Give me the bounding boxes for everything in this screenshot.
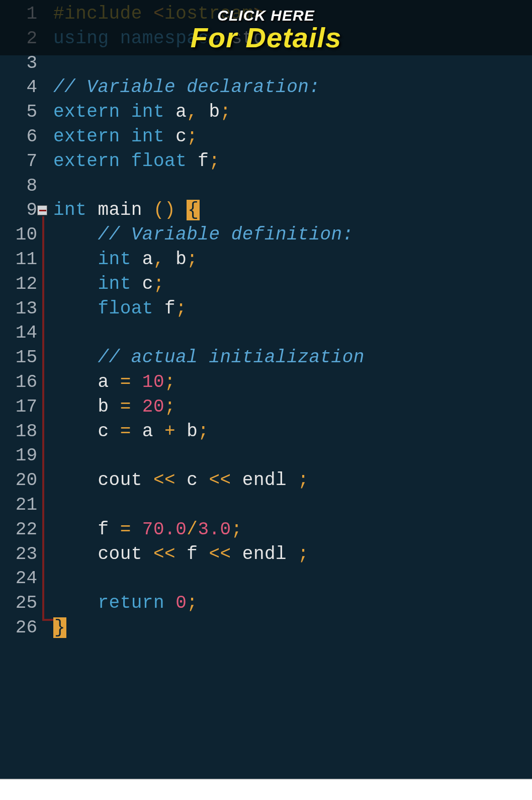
token-punc: ; (187, 126, 198, 147)
token-kw: int (131, 126, 175, 147)
token-kw: int (131, 102, 175, 122)
token-kw: float (98, 298, 164, 319)
token-num: 20 (142, 396, 164, 417)
code-line[interactable]: int main () { (53, 198, 532, 223)
line-number: 5 (0, 100, 44, 125)
token-num: 70.0 (142, 519, 187, 540)
code-line[interactable]: extern int a, b; (53, 100, 532, 125)
code-line[interactable]: cout << f << endl ; (53, 542, 532, 567)
code-line[interactable]: } (53, 616, 532, 641)
token-punc: , (187, 102, 209, 122)
token-ident: main (98, 200, 153, 220)
line-number: 21 (0, 493, 44, 518)
code-line[interactable]: return 0; (53, 591, 532, 616)
token-punc: , (153, 249, 175, 270)
line-number: 15 (0, 346, 44, 370)
code-line[interactable] (53, 174, 532, 199)
token-num: 3.0 (198, 519, 231, 540)
code-editor: 1234567891011121314151617181920212223242… (0, 0, 532, 765)
token-ident: c (142, 274, 153, 294)
line-number: 8 (0, 174, 44, 199)
token-ident: cout (98, 544, 153, 565)
line-number: 24 (0, 567, 44, 591)
line-number: 11 (0, 248, 44, 272)
token-kw: int (98, 274, 142, 294)
token-num: 0 (175, 593, 187, 613)
line-number: 10 (0, 223, 44, 248)
code-line[interactable]: b = 20; (53, 395, 532, 420)
token-punc: ; (298, 470, 309, 491)
code-line[interactable]: cout << c << endl ; (53, 468, 532, 493)
token-punc: ; (209, 151, 220, 172)
token-num: 10 (142, 372, 164, 392)
code-line[interactable] (53, 493, 532, 518)
code-line[interactable]: // actual initialization (53, 346, 532, 370)
code-line[interactable]: float f; (53, 297, 532, 322)
code-line[interactable] (53, 321, 532, 346)
code-line[interactable]: f = 70.0/3.0; (53, 518, 532, 542)
code-line[interactable] (53, 567, 532, 591)
token-op: = (120, 372, 142, 392)
code-line[interactable]: int a, b; (53, 248, 532, 272)
line-number: 4 (0, 75, 44, 100)
token-punc: ; (175, 298, 187, 319)
token-op: + (164, 421, 187, 442)
token-op: << (209, 544, 242, 565)
token-cm: // Variable declaration: (53, 77, 320, 98)
token-punc: ; (198, 421, 209, 442)
code-line[interactable]: int c; (53, 272, 532, 297)
line-number: 20 (0, 468, 44, 493)
token-punc: ; (187, 249, 198, 270)
token-ident: a (142, 421, 164, 442)
token-op: << (153, 470, 187, 491)
token-punc: ; (164, 372, 175, 392)
token-punc: ; (298, 544, 309, 565)
ad-banner[interactable]: CLICK HERE For Details (0, 7, 532, 54)
token-kw: extern (53, 151, 131, 172)
line-number: 17 (0, 395, 44, 420)
token-ident: c (187, 470, 209, 491)
code-line[interactable]: extern int c; (53, 125, 532, 149)
banner-line2: For Details (0, 21, 532, 54)
line-number: 22 (0, 518, 44, 542)
token-cm: // Variable definition: (98, 224, 353, 245)
line-number: 12 (0, 272, 44, 297)
token-punc: ; (231, 519, 242, 540)
code-line[interactable]: extern float f; (53, 149, 532, 174)
token-ident: c (98, 421, 120, 442)
token-ident: cout (98, 470, 153, 491)
code-line[interactable]: // Variable definition: (53, 223, 532, 248)
line-number: 26 (0, 616, 44, 641)
code-line[interactable] (53, 51, 532, 76)
token-op: / (187, 519, 198, 540)
code-line[interactable]: a = 10; (53, 370, 532, 395)
token-ident: a (98, 372, 120, 392)
token-ident: endl (242, 544, 298, 565)
token-kw: int (53, 200, 98, 220)
token-op: = (120, 421, 142, 442)
token-ident: f (187, 544, 209, 565)
token-op: = (120, 396, 142, 417)
token-brace-hl: { (187, 200, 200, 220)
token-kw: extern (53, 126, 131, 147)
token-ident: b (209, 102, 220, 122)
token-ident: b (187, 421, 198, 442)
token-ident: a (175, 102, 187, 122)
token-ident: f (98, 519, 120, 540)
token-op: = (120, 519, 142, 540)
line-number: 9 (0, 198, 44, 223)
line-number: 25 (0, 591, 44, 616)
token-ident: c (175, 126, 187, 147)
code-line[interactable]: c = a + b; (53, 420, 532, 444)
code-line[interactable]: // Variable declaration: (53, 75, 532, 100)
line-number: 23 (0, 542, 44, 567)
token-ident: f (198, 151, 209, 172)
token-ident: b (98, 396, 120, 417)
token-op: << (209, 470, 242, 491)
token-kw: extern (53, 102, 131, 122)
token-kw: float (131, 151, 198, 172)
token-op: << (153, 544, 187, 565)
code-area[interactable]: #include <iostream>using namespace std;/… (44, 0, 532, 765)
code-line[interactable] (53, 444, 532, 468)
token-punc: ; (220, 102, 231, 122)
